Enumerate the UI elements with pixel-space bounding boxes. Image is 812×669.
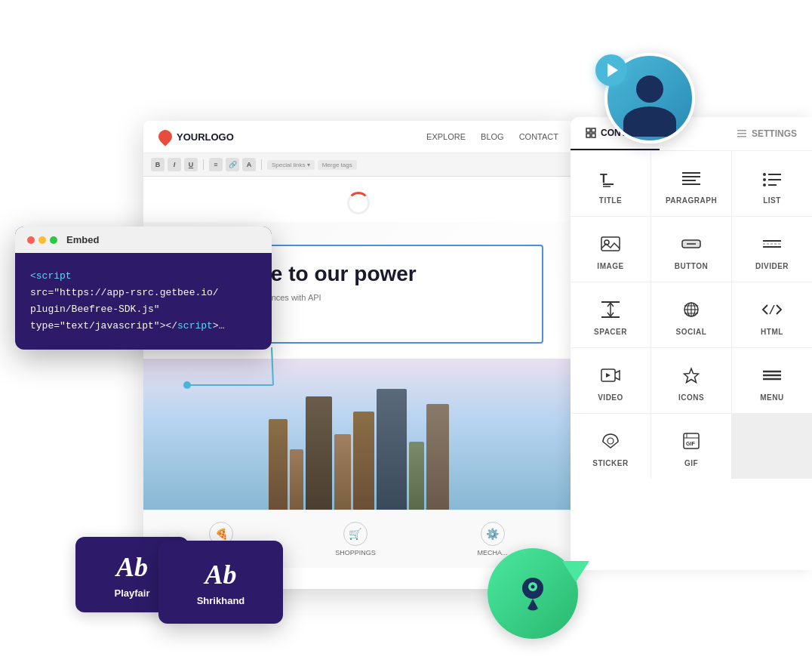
content-item-social[interactable]: SOCIAL bbox=[651, 282, 731, 347]
video-label: VIDEO bbox=[598, 393, 623, 402]
playfair-name: Playfair bbox=[115, 587, 150, 599]
merge-tags[interactable]: Merge tags bbox=[318, 160, 357, 170]
italic-button[interactable]: I bbox=[168, 158, 181, 171]
nav-explore[interactable]: EXPLORE bbox=[426, 132, 466, 141]
html-label: HTML bbox=[761, 328, 783, 336]
nav-contact[interactable]: CONTACT bbox=[519, 132, 558, 141]
content-item-icons[interactable]: ICONS bbox=[651, 348, 731, 413]
tab-settings[interactable]: SETTINGS bbox=[721, 118, 812, 150]
icons-label: ICONS bbox=[678, 393, 704, 402]
city-buildings bbox=[261, 389, 457, 510]
building-1 bbox=[269, 419, 288, 510]
divider-label: DIVIDER bbox=[755, 262, 789, 270]
content-item-image[interactable]: IMAGE bbox=[571, 217, 651, 282]
svg-rect-4 bbox=[592, 128, 595, 132]
embed-code-block: <script src="https://app-rsrc.getbee.io/… bbox=[15, 253, 272, 350]
svg-rect-6 bbox=[592, 134, 595, 137]
maximize-dot[interactable] bbox=[50, 236, 57, 244]
play-triangle-icon bbox=[607, 63, 618, 77]
gif-label: GIF bbox=[684, 459, 698, 467]
underline-button[interactable]: U bbox=[184, 158, 198, 171]
content-item-menu[interactable]: MENU bbox=[732, 348, 812, 413]
editor-header: YOURLOGO EXPLORE BLOG CONTACT bbox=[143, 121, 574, 153]
color-button[interactable]: A bbox=[242, 158, 256, 171]
building-7 bbox=[409, 442, 424, 510]
svg-point-51 bbox=[531, 585, 535, 589]
code-plugin: plugin/Beefree-SDK.js" bbox=[30, 304, 160, 315]
hero-image bbox=[143, 359, 574, 510]
window-controls bbox=[27, 236, 57, 244]
toolbar-sep-1 bbox=[203, 159, 204, 170]
content-item-list[interactable]: LIST bbox=[732, 151, 812, 216]
content-item-title[interactable]: T TITLE bbox=[571, 151, 651, 216]
nav-blog[interactable]: BLOG bbox=[481, 132, 504, 141]
shopping-icon: 🛒 bbox=[343, 522, 368, 546]
grid-icon bbox=[586, 128, 596, 138]
button-label: BUTTON bbox=[675, 262, 708, 270]
content-item-video[interactable]: VIDEO bbox=[571, 348, 651, 413]
menu-icon bbox=[757, 363, 787, 387]
html-icon bbox=[757, 298, 787, 322]
user-shoulders bbox=[623, 106, 676, 137]
main-scene: YOURLOGO EXPLORE BLOG CONTACT B I U ≡ 🔗 … bbox=[0, 0, 812, 669]
code-type: type="text/javascript"></ bbox=[30, 320, 177, 331]
button-icon bbox=[676, 232, 706, 256]
editor-mockup: YOURLOGO EXPLORE BLOG CONTACT B I U ≡ 🔗 … bbox=[143, 121, 574, 589]
link-button[interactable]: 🔗 bbox=[226, 158, 239, 171]
svg-marker-41 bbox=[684, 368, 699, 383]
title-icon: T bbox=[595, 166, 626, 190]
content-item-gif[interactable]: GIF GIF bbox=[651, 414, 731, 479]
embed-header: Embed bbox=[15, 227, 272, 253]
building-6 bbox=[377, 389, 407, 510]
align-button[interactable]: ≡ bbox=[209, 158, 223, 171]
bold-button[interactable]: B bbox=[151, 158, 165, 171]
content-item-paragraph[interactable]: PARAGRAPH bbox=[651, 151, 731, 216]
shopping-label: SHOPPINGS bbox=[335, 549, 376, 556]
mecha-label: MECHA... bbox=[478, 549, 508, 556]
list-label: LIST bbox=[763, 196, 781, 205]
content-grid: T TITLE PARAGRAPH bbox=[571, 151, 812, 479]
shrikhand-display: Ab bbox=[205, 559, 236, 590]
play-button[interactable] bbox=[595, 54, 627, 86]
content-item-button[interactable]: BUTTON bbox=[651, 217, 731, 282]
social-label: SOCIAL bbox=[676, 328, 707, 336]
title-label: TITLE bbox=[599, 196, 622, 205]
content-item-html[interactable]: HTML bbox=[732, 282, 812, 347]
content-item-spacer[interactable]: SPACER bbox=[571, 282, 651, 347]
svg-rect-7 bbox=[737, 130, 746, 131]
svg-rect-5 bbox=[586, 134, 590, 137]
paragraph-label: PARAGRAPH bbox=[666, 196, 717, 205]
mecha-icon-item[interactable]: ⚙️ MECHA... bbox=[478, 522, 508, 556]
image-label: IMAGE bbox=[597, 262, 623, 270]
svg-rect-3 bbox=[586, 128, 590, 132]
user-head bbox=[636, 76, 663, 103]
special-links[interactable]: Special links ▾ bbox=[267, 160, 315, 170]
video-icon bbox=[595, 363, 626, 387]
nav-links: EXPLORE BLOG CONTACT bbox=[426, 132, 558, 141]
code-script-open: <script bbox=[30, 270, 72, 282]
spacer-icon bbox=[595, 298, 626, 322]
svg-rect-23 bbox=[601, 237, 620, 251]
shrikhand-name: Shrikhand bbox=[197, 595, 245, 606]
spacer-label: SPACER bbox=[594, 328, 627, 336]
svg-point-45 bbox=[607, 438, 614, 444]
svg-rect-9 bbox=[737, 136, 746, 137]
shopping-icon-item[interactable]: 🛒 SHOPPINGS bbox=[335, 522, 376, 556]
svg-point-17 bbox=[763, 173, 766, 176]
code-end: >… bbox=[213, 320, 225, 331]
svg-line-39 bbox=[770, 305, 774, 314]
minimize-dot[interactable] bbox=[38, 236, 46, 244]
content-item-divider[interactable]: DIVIDER bbox=[732, 217, 812, 282]
image-icon bbox=[595, 232, 626, 256]
sticker-label: STICKER bbox=[592, 459, 628, 467]
embed-popup: Embed <script src="https://app-rsrc.getb… bbox=[15, 227, 272, 350]
paragraph-icon bbox=[676, 166, 706, 190]
social-icon bbox=[676, 298, 706, 322]
building-4 bbox=[334, 434, 351, 510]
svg-point-19 bbox=[763, 183, 766, 187]
sticker-icon bbox=[595, 429, 626, 453]
content-item-sticker[interactable]: STICKER bbox=[571, 414, 651, 479]
divider-icon bbox=[757, 232, 787, 256]
close-dot[interactable] bbox=[27, 236, 35, 244]
svg-rect-8 bbox=[737, 133, 746, 134]
